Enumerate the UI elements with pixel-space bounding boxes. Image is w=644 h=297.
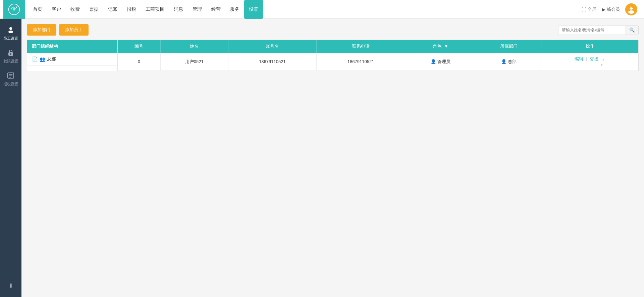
edit-link[interactable]: 编辑 <box>575 56 583 61</box>
sidebar: 员工设置 权限设置 报税设置 <box>0 19 21 297</box>
main-layout: 员工设置 权限设置 报税设置 <box>0 19 644 297</box>
user-group-icon: 👥 <box>40 56 45 62</box>
employee-table: 编号 姓名 账号名 联系电话 角色 ▼ 所属部门 操作 <box>118 40 638 71</box>
cell-dept: 👤 总部 <box>476 53 541 71</box>
tree-item-general[interactable]: 📄 👥 总部 <box>27 53 117 66</box>
content-area: 添加部门 添加员工 🔍 部门组织结构 📄 👥 总部 <box>21 19 644 297</box>
svg-point-5 <box>631 6 632 7</box>
col-account: 账号名 <box>228 40 317 53</box>
nav-business[interactable]: 工商项目 <box>141 0 169 19</box>
table-row: 0 用户0521 18679110521 18679110521 👤 管理员 <box>118 53 638 71</box>
video-icon: ▶ <box>602 7 605 12</box>
download-icon: ⬇ <box>8 282 13 290</box>
employee-icon <box>7 26 14 35</box>
app-logo <box>3 0 25 19</box>
nav-service[interactable]: 服务 <box>225 0 244 19</box>
dept-name: 总部 <box>47 56 56 62</box>
content-split: 部门组织结构 📄 👥 总部 编号 姓名 账号名 联系电话 <box>27 40 639 71</box>
svg-point-3 <box>628 10 634 14</box>
cell-actions: 编辑 | 交接 ▲ ▼ <box>541 53 638 71</box>
member-label: 畅会员 <box>607 6 620 12</box>
nav-items: 首页 客户 收费 票据 记账 报税 工商项目 消息 管理 经营 服务 设置 <box>25 0 582 19</box>
cell-role: 👤 管理员 <box>405 53 476 71</box>
top-nav-right: ⛶ 全屏 ▶ 畅会员 <box>582 3 641 15</box>
cell-id: 0 <box>118 53 160 71</box>
nav-operation[interactable]: 经营 <box>207 0 225 19</box>
table-header-row: 编号 姓名 账号名 联系电话 角色 ▼ 所属部门 操作 <box>118 40 638 53</box>
col-role: 角色 ▼ <box>405 40 476 53</box>
cell-account: 18679110521 <box>228 53 317 71</box>
cell-name: 用户0521 <box>160 53 228 71</box>
role-user-icon: 👤 <box>431 59 436 64</box>
col-name: 姓名 <box>160 40 228 53</box>
top-nav: 首页 客户 收费 票据 记账 报税 工商项目 消息 管理 经营 服务 设置 ⛶ … <box>0 0 644 19</box>
sidebar-item-permission[interactable]: 权限设置 <box>0 45 21 68</box>
nav-tax[interactable]: 报税 <box>122 0 141 19</box>
search-box: 🔍 <box>558 25 639 35</box>
sidebar-employee-label: 员工设置 <box>3 36 18 41</box>
tax-settings-icon <box>7 72 14 80</box>
add-employee-button[interactable]: 添加员工 <box>59 24 89 36</box>
sidebar-item-taxsettings[interactable]: 报税设置 <box>0 68 21 91</box>
sidebar-taxsettings-label: 报税设置 <box>3 82 18 87</box>
svg-point-8 <box>8 31 13 33</box>
search-icon: 🔍 <box>629 28 635 33</box>
dept-user-icon: 👤 <box>501 59 506 64</box>
transfer-link[interactable]: 交接 <box>590 56 598 61</box>
file-icon: 📄 <box>32 56 38 62</box>
search-input[interactable] <box>558 26 626 34</box>
nav-settings[interactable]: 设置 <box>244 0 263 19</box>
nav-manage[interactable]: 管理 <box>188 0 207 19</box>
member-btn[interactable]: ▶ 畅会员 <box>602 6 620 12</box>
action-separator: | <box>586 56 587 61</box>
nav-fee[interactable]: 收费 <box>66 0 85 19</box>
col-phone: 联系电话 <box>317 40 405 53</box>
nav-client[interactable]: 客户 <box>47 0 66 19</box>
nav-message[interactable]: 消息 <box>169 0 188 19</box>
sidebar-permission-label: 权限设置 <box>3 59 18 64</box>
add-dept-button[interactable]: 添加部门 <box>27 24 56 36</box>
fullscreen-icon: ⛶ <box>582 7 586 12</box>
filter-icon[interactable]: ▼ <box>444 44 448 49</box>
user-avatar[interactable] <box>625 3 637 15</box>
fullscreen-btn[interactable]: ⛶ 全屏 <box>582 6 596 12</box>
tree-panel: 部门组织结构 📄 👥 总部 <box>27 40 118 71</box>
svg-point-10 <box>10 53 11 55</box>
lock-icon <box>7 49 14 57</box>
scroll-down-arrow[interactable]: ▼ <box>600 63 603 67</box>
svg-point-7 <box>9 27 12 30</box>
toolbar: 添加部门 添加员工 🔍 <box>27 24 639 36</box>
col-id: 编号 <box>118 40 160 53</box>
nav-home[interactable]: 首页 <box>28 0 47 19</box>
scroll-up-arrow[interactable]: ▲ <box>602 57 605 61</box>
svg-point-6 <box>632 7 633 8</box>
tree-panel-header: 部门组织结构 <box>27 40 117 53</box>
fullscreen-label: 全屏 <box>588 6 596 12</box>
search-button[interactable]: 🔍 <box>626 26 638 35</box>
svg-point-4 <box>629 7 631 8</box>
sidebar-item-employee[interactable]: 员工设置 <box>0 22 21 45</box>
sidebar-bottom-btn[interactable]: ⬇ <box>0 278 21 294</box>
svg-point-1 <box>13 8 15 10</box>
col-actions: 操作 <box>541 40 638 53</box>
table-panel: 编号 姓名 账号名 联系电话 角色 ▼ 所属部门 操作 <box>118 40 638 71</box>
nav-bookkeeping[interactable]: 记账 <box>103 0 122 19</box>
col-dept: 所属部门 <box>476 40 541 53</box>
nav-invoice[interactable]: 票据 <box>85 0 103 19</box>
cell-phone: 18679110521 <box>317 53 405 71</box>
